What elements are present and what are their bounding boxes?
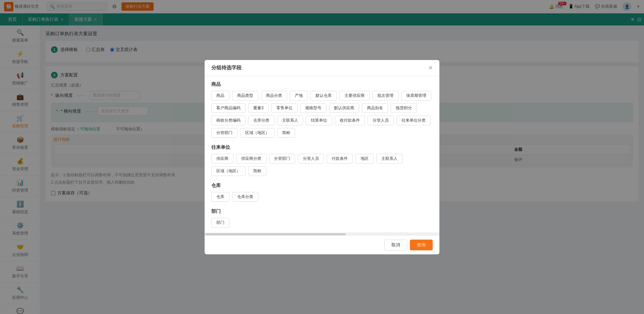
field-tag-warehouse-cat2[interactable]: 仓库分类 — [232, 192, 258, 202]
field-tag-payment-cond[interactable]: 付款条件 — [327, 154, 353, 164]
field-tag-tax-code[interactable]: 税收分类编码 — [211, 116, 246, 125]
field-tag-batch[interactable]: 批次管理 — [372, 91, 398, 101]
modal-body[interactable]: 商品 商品 商品类型 商品分类 产地 默认仓库 主要供应商 批次管理 保质期管理… — [205, 76, 439, 233]
field-tag-warehouse-cat[interactable]: 仓库分类 — [248, 116, 274, 125]
field-tag-retail-unit[interactable]: 零售单位 — [271, 103, 298, 113]
field-tag-abbr-product[interactable]: 简称 — [277, 128, 295, 138]
field-tag-supplier-cat[interactable]: 供应商分类 — [236, 154, 266, 164]
category-product-title: 商品 — [211, 81, 433, 87]
field-tag-main-supplier[interactable]: 主要供应商 — [339, 91, 370, 101]
field-tag-partner-dept[interactable]: 分管部门 — [269, 154, 295, 164]
field-tag-payment-terms[interactable]: 收付款条件 — [335, 116, 365, 125]
field-tag-spec-model[interactable]: 规格型号 — [300, 103, 326, 113]
category-product: 商品 商品 商品类型 商品分类 产地 默认仓库 主要供应商 批次管理 保质期管理… — [211, 81, 433, 138]
close-icon: ✕ — [428, 65, 433, 71]
partner-tags: 供应商 供应商分类 分管部门 分管人员 付款条件 地区 主联系人 区域（地区） … — [211, 154, 433, 176]
field-select-modal: 分组待选字段 ✕ 商品 商品 商品类型 商品分类 产地 默认仓库 主要供应商 批… — [205, 60, 439, 254]
category-department-title: 部门 — [211, 208, 433, 214]
category-partner: 往来单位 供应商 供应商分类 分管部门 分管人员 付款条件 地区 主联系人 区域… — [211, 144, 433, 176]
category-warehouse: 仓库 仓库 仓库分类 — [211, 183, 433, 202]
modal-footer: 取消 查询 — [205, 235, 439, 254]
modal-header: 分组待选字段 ✕ — [205, 60, 439, 76]
field-tag-product-alias[interactable]: 商品别名 — [362, 103, 388, 113]
category-warehouse-title: 仓库 — [211, 183, 433, 189]
modal-horizontal-scrollbar[interactable] — [205, 233, 439, 235]
field-tag-abbr-partner[interactable]: 简称 — [248, 166, 266, 176]
field-tag-main-contact-partner[interactable]: 主联系人 — [376, 154, 402, 164]
field-tag-warehouse[interactable]: 仓库 — [211, 192, 229, 202]
field-tag-default-supplier[interactable]: 默认供应商 — [329, 103, 359, 113]
field-tag-department[interactable]: 部门 — [211, 218, 229, 228]
confirm-button[interactable]: 查询 — [410, 240, 433, 250]
department-tags: 部门 — [211, 218, 433, 228]
modal-title: 分组待选字段 — [211, 65, 241, 71]
cancel-button[interactable]: 取消 — [384, 240, 407, 250]
field-tag-product-category[interactable]: 商品分类 — [261, 91, 287, 101]
field-tag-partner-manager[interactable]: 分管人员 — [298, 154, 324, 164]
hscroll-thumb — [205, 233, 346, 235]
modal-close-button[interactable]: ✕ — [428, 65, 433, 71]
field-tag-manager[interactable]: 分管人员 — [368, 116, 394, 125]
field-tag-main-contact[interactable]: 主联系人 — [277, 116, 303, 125]
field-tag-weight3[interactable]: 重量3 — [248, 103, 269, 113]
category-partner-title: 往来单位 — [211, 144, 433, 150]
field-tag-settlement-unit[interactable]: 结算单位 — [306, 116, 332, 125]
modal-overlay: 分组待选字段 ✕ 商品 商品 商品类型 商品分类 产地 默认仓库 主要供应商 批… — [0, 0, 644, 314]
field-tag-expiry[interactable]: 保质期管理 — [401, 91, 431, 101]
field-tag-region2-partner[interactable]: 区域（地区） — [211, 166, 246, 176]
field-tag-customer-code[interactable]: 客户商品编码 — [211, 103, 246, 113]
category-department: 部门 部门 — [211, 208, 433, 228]
field-tag-product-type[interactable]: 商品类型 — [232, 91, 258, 101]
field-tag-region-partner[interactable]: 地区 — [356, 154, 374, 164]
warehouse-tags: 仓库 仓库分类 — [211, 192, 433, 202]
field-tag-origin[interactable]: 产地 — [290, 91, 308, 101]
field-tag-dept[interactable]: 分管部门 — [211, 128, 237, 138]
field-tag-pick-points[interactable]: 拣货积分 — [391, 103, 417, 113]
product-tags: 商品 商品类型 商品分类 产地 默认仓库 主要供应商 批次管理 保质期管理 客户… — [211, 91, 433, 138]
field-tag-product[interactable]: 商品 — [211, 91, 229, 101]
field-tag-default-warehouse[interactable]: 默认仓库 — [311, 91, 337, 101]
field-tag-supplier[interactable]: 供应商 — [211, 154, 233, 164]
field-tag-partner-cat[interactable]: 往来单位分类 — [396, 116, 431, 125]
field-tag-region-product[interactable]: 区域（地区） — [240, 128, 274, 138]
